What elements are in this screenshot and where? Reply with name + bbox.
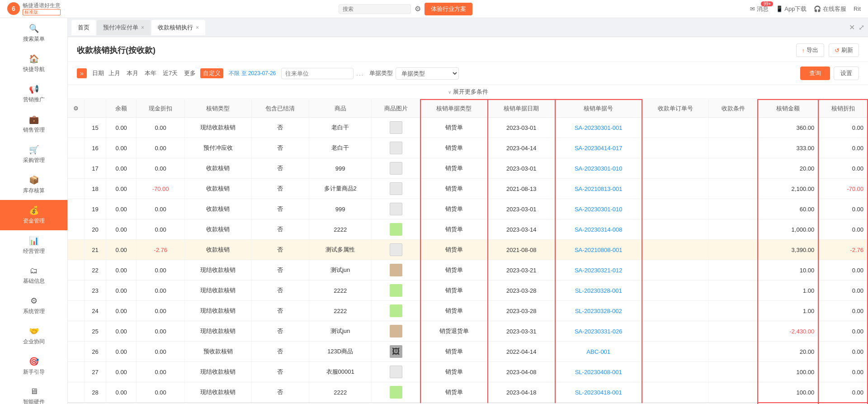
date-opt-last-month[interactable]: 上月 [107,68,122,78]
tab-close-window-icon[interactable]: ✕ [849,23,855,32]
col-cancel-bill-date: 2023-03-01 [488,199,555,219]
cancel-bill-link[interactable]: SA-20230331-026 [575,328,623,335]
col-cancel-amount: 60.00 [758,199,819,219]
goods-thumbnail [390,203,402,215]
expand-conditions-button[interactable]: ∨ 展开更多条件 [68,85,868,99]
online-service-button[interactable]: 🎧 在线客服 [814,5,846,13]
tab-prepay-close[interactable]: × [141,24,144,31]
sidebar-item-quick[interactable]: 🏠 快捷导航 [0,48,67,79]
messages-button[interactable]: ✉ 消息 99+ [750,5,769,13]
col-receipt-order-no [642,301,709,321]
user-info[interactable]: Rit [854,5,861,12]
partner-filter-group: ... [281,68,364,79]
col-receipt-order-no [642,179,709,199]
date-opt-7days[interactable]: 近7天 [161,68,179,78]
tab-receive-close[interactable]: × [196,24,199,31]
col-cancel-bill-no: SA-20230321-012 [555,260,642,280]
goods-thumbnail [390,325,402,337]
cancel-bill-link[interactable]: SL-20230328-002 [575,308,622,314]
col-setting [68,342,84,362]
cancel-bill-link[interactable]: SL-20230408-001 [575,369,622,375]
date-opt-more[interactable]: 更多 [182,68,198,78]
col-header-include-cleared: 包含已结清 [251,100,309,118]
goods-thumbnail: 🖼 [390,345,402,358]
sidebar-item-system[interactable]: ⚙ 系统管理 [0,290,67,321]
date-opt-this-month[interactable]: 本月 [125,68,140,78]
date-opt-this-year[interactable]: 本年 [143,68,158,78]
col-receipt-condition [709,199,758,219]
refresh-button[interactable]: ↺ 刷新 [829,43,859,57]
partner-input[interactable] [281,68,354,79]
col-cancel-discount: 0.00 [818,362,868,382]
purchase-icon: 🛒 [29,145,39,155]
top-bar-left: 6 畅捷通谱好生意 标准版 [7,2,61,15]
query-button[interactable]: 查询 [800,67,830,80]
goods-thumbnail [390,223,402,236]
col-cancel-bill-date: 2023-04-14 [488,138,555,158]
col-receipt-order-no [642,219,709,240]
date-opt-custom[interactable]: 自定义 [200,68,223,78]
sidebar-item-guide[interactable]: 🎯 新手引导 [0,351,67,381]
filter-expand-button[interactable]: » [77,68,87,78]
cancel-bill-link[interactable]: SA-20230301-010 [575,206,623,213]
col-receipt-condition [709,138,758,158]
col-header-settings[interactable]: ⚙ [68,100,84,118]
cancel-bill-link[interactable]: SA-20230321-012 [575,267,623,274]
bill-type-select[interactable]: 单据类型 [396,67,459,80]
sidebar-item-search[interactable]: 🔍 搜索菜单 [0,18,67,48]
search-input[interactable] [339,4,411,14]
sidebar-item-basic[interactable]: 🗂 基础信息 [0,261,67,290]
filter-actions: 查询 设置 [800,67,859,80]
sidebar-item-operations[interactable]: 📊 经营管理 [0,230,67,261]
sidebar-item-hardware[interactable]: 🖥 智能硬件 [0,381,67,404]
cancel-bill-link[interactable]: SA-20210808-001 [575,247,623,253]
app-download-button[interactable]: 📱 App下载 [776,5,807,13]
trial-button[interactable]: 体验行业方案 [425,3,472,15]
sidebar-item-finance[interactable]: 💰 资金管理 [0,200,67,230]
table-row: 220.000.00现结收款核销否测试jun销货单2023-03-21SA-20… [68,260,868,280]
cancel-bill-link[interactable]: SA-20230301-001 [575,124,623,131]
col-goods: 测试jun [309,260,372,280]
date-label: 日期 [92,69,104,77]
col-cancel-bill-date: 2023-03-14 [488,219,555,240]
settings-gear-button[interactable]: ⚙ [415,5,421,13]
col-cancel-amount: 2,100.00 [758,179,819,199]
col-cancel-bill-no: SL-20230328-001 [555,280,642,301]
logo-text: 畅捷通谱好生意 [23,2,61,9]
tab-prepay[interactable]: 预付冲应付单 × [97,20,151,35]
col-cancel-discount: 0.00 [818,219,868,240]
col-cancel-type: 收款核销 [185,199,251,219]
col-receipt-condition [709,362,758,382]
cancel-bill-link[interactable]: SA-20230301-010 [575,165,623,172]
tab-home[interactable]: 首页 [71,20,96,35]
col-cancel-bill-type: 销货单 [420,158,488,179]
table-row: 150.000.00现结收款核销否老白干销货单2023-03-01SA-2023… [68,118,868,138]
tab-receive[interactable]: 收款核销执行 × [151,20,205,35]
tab-expand-icon[interactable]: ⤢ [859,23,864,32]
col-cancel-type: 收款核销 [185,179,251,199]
sidebar-item-inventory[interactable]: 📦 库存核算 [0,170,67,200]
col-header-goods: 商品 [309,100,372,118]
sidebar-item-purchase[interactable]: 🛒 采购管理 [0,139,67,170]
logo-badge: 标准版 [23,9,61,15]
col-cancel-type: 现结收款核销 [185,301,251,321]
sidebar-item-corp[interactable]: 🤝 企业协同 [0,321,67,351]
col-goods-img [372,301,420,321]
col-seq: 18 [84,179,106,199]
cancel-bill-link[interactable]: SA-20230414-017 [575,145,623,152]
col-balance: 0.00 [106,321,137,342]
sidebar-item-sales[interactable]: 💼 销售管理 [0,109,67,139]
cancel-bill-link[interactable]: SA-20210813-001 [575,185,623,192]
cancel-bill-link[interactable]: SL-20230328-001 [575,287,622,294]
export-button[interactable]: ↑ 导出 [796,43,825,57]
col-cancel-bill-type: 销货单 [420,219,488,240]
sidebar-item-marketing[interactable]: 📢 营销推广 [0,79,67,109]
cancel-bill-link[interactable]: SA-20230314-008 [575,226,623,233]
filter-settings-button[interactable]: 设置 [834,67,859,80]
cancel-bill-link[interactable]: ABC-001 [586,348,610,355]
col-include-cleared: 否 [251,118,309,138]
cancel-bill-link[interactable]: SL-20230418-001 [575,389,622,396]
sidebar-label-hardware: 智能硬件 [23,398,45,404]
service-icon: 🎧 [814,5,821,12]
service-label: 在线客服 [823,5,846,12]
